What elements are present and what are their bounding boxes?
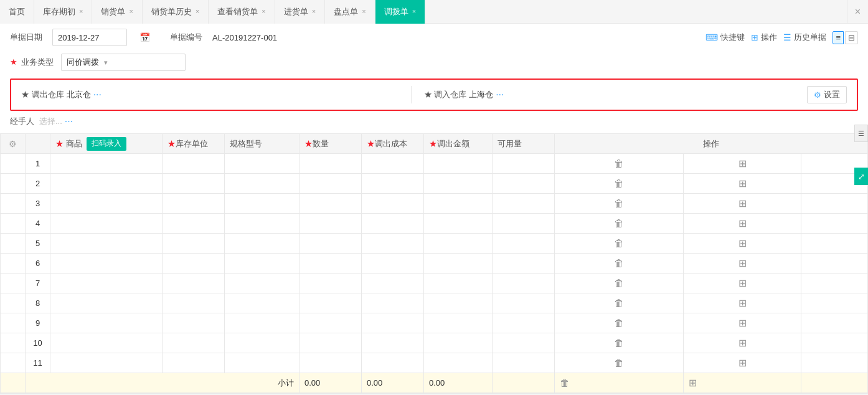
table-row: 8 🗑 ⊞ (1, 293, 868, 313)
close-window-button[interactable]: × (847, 0, 868, 24)
col-header-settings[interactable]: ⚙ (1, 134, 26, 154)
table-row: 1 🗑 ⊞ (1, 154, 868, 174)
close-inventory-init-tab[interactable]: × (79, 8, 83, 15)
col-header-cost: ★调出成本 (362, 134, 424, 154)
subtotal-qty: 0.00 (300, 373, 362, 393)
warehouse-section: ★ 调出仓库 北京仓 ··· ★ 调入仓库 上海仓 ··· ⚙ 设置 (10, 79, 858, 111)
delete-row-icon[interactable]: 🗑 (614, 178, 624, 189)
copy-row-icon[interactable]: ⊞ (738, 178, 747, 189)
table-row: 11 🗑 ⊞ (1, 353, 868, 373)
operations-button[interactable]: ⊞ 操作 (751, 32, 777, 43)
header-left: 单据日期 📅 单据编号 AL-20191227-001 (10, 29, 277, 46)
header-bar: 单据日期 📅 单据编号 AL-20191227-001 ⌨ 快捷键 ⊞ 操作 ☰… (0, 24, 868, 51)
copy-row-icon[interactable]: ⊞ (738, 317, 747, 329)
chevron-down-icon: ▾ (104, 59, 108, 67)
copy-row-icon[interactable]: ⊞ (738, 337, 747, 349)
business-type-row: ★ 业务类型 同价调拨 ▾ (0, 51, 868, 74)
number-label: 单据编号 (170, 32, 202, 43)
subtotal-label: 小计 (26, 373, 300, 393)
delete-row-icon[interactable]: 🗑 (614, 338, 624, 349)
keyboard-icon: ⌨ (705, 32, 718, 42)
right-panel-list-btn[interactable]: ☰ (854, 125, 868, 142)
tab-view-sales[interactable]: 查看销货单 × (209, 0, 275, 24)
out-warehouse-more-btn[interactable]: ··· (93, 89, 101, 100)
calendar-icon[interactable]: 📅 (139, 32, 150, 42)
list-view-btn[interactable]: ≡ (833, 31, 844, 44)
business-type-label: ★ 业务类型 (10, 57, 54, 68)
delete-row-icon[interactable]: 🗑 (614, 158, 624, 169)
delete-row-icon[interactable]: 🗑 (614, 298, 624, 309)
delete-row-icon[interactable]: 🗑 (614, 238, 624, 249)
shortcuts-button[interactable]: ⌨ 快捷键 (705, 32, 745, 43)
delete-row-icon[interactable]: 🗑 (614, 218, 624, 229)
delete-row-icon[interactable]: 🗑 (614, 198, 624, 209)
tab-transfer[interactable]: 调拨单 × (375, 0, 425, 24)
tab-sales-order[interactable]: 销货单 × (92, 0, 142, 24)
delete-row-icon[interactable]: 🗑 (614, 358, 624, 369)
date-label: 单据日期 (10, 32, 42, 43)
settings-icon: ⚙ (814, 90, 821, 100)
out-warehouse-value: 北京仓 (67, 89, 91, 100)
table-row: 2 🗑 ⊞ (1, 174, 868, 194)
col-header-no (26, 134, 50, 154)
date-input[interactable] (52, 29, 127, 46)
col-header-ops: 操作 (555, 134, 868, 154)
table-row: 9 🗑 ⊞ (1, 313, 868, 333)
tab-purchase-order[interactable]: 进货单 × (275, 0, 325, 24)
table-header-row: ⚙ ★ 商品 扫码录入 ★库存单位 规格型号 ★数量 (1, 134, 868, 154)
col-header-goods: ★ 商品 扫码录入 (50, 134, 163, 154)
data-table: ⚙ ★ 商品 扫码录入 ★库存单位 规格型号 ★数量 (0, 133, 868, 393)
close-sales-order-tab[interactable]: × (129, 8, 133, 15)
close-stocktake-tab[interactable]: × (362, 8, 366, 15)
handler-more-btn[interactable]: ··· (65, 116, 73, 127)
copy-row-icon[interactable]: ⊞ (738, 158, 747, 169)
table-row: 7 🗑 ⊞ (1, 274, 868, 293)
tab-stocktake[interactable]: 盘点单 × (325, 0, 375, 24)
business-type-select[interactable]: 同价调拨 ▾ (61, 54, 186, 71)
close-sales-history-tab[interactable]: × (196, 8, 199, 15)
handler-select[interactable]: 选择... (39, 116, 62, 127)
grid-view-btn[interactable]: ⊟ (845, 31, 858, 44)
copy-row-icon[interactable]: ⊞ (738, 217, 747, 229)
delete-row-icon[interactable]: 🗑 (614, 318, 624, 329)
history-button[interactable]: ☰ 历史单据 (783, 32, 826, 43)
table-row: 3 🗑 ⊞ (1, 194, 868, 214)
copy-row-icon[interactable]: ⊞ (738, 277, 747, 289)
right-float-panel: ☰ ⤢ (854, 125, 868, 185)
col-header-spec: 规格型号 (225, 134, 300, 154)
tab-bar: 首页 库存期初 × 销货单 × 销货单历史 × 查看销货单 × 进货单 × 盘点… (0, 0, 868, 24)
copy-row-icon[interactable]: ⊞ (738, 297, 747, 309)
in-warehouse-more-btn[interactable]: ··· (496, 89, 504, 100)
number-value: AL-20191227-001 (212, 33, 277, 42)
copy-row-icon[interactable]: ⊞ (738, 257, 747, 269)
table-row: 4 🗑 ⊞ (1, 214, 868, 234)
tab-home[interactable]: 首页 (0, 0, 34, 24)
warehouse-settings-btn[interactable]: ⚙ 设置 (807, 86, 847, 103)
right-panel-expand-btn[interactable]: ⤢ (854, 168, 868, 185)
close-transfer-tab[interactable]: × (412, 8, 416, 15)
column-settings-icon[interactable]: ⚙ (9, 139, 17, 149)
handler-row: 经手人 选择... ··· (0, 116, 868, 133)
delete-row-icon[interactable]: 🗑 (614, 278, 624, 289)
close-view-sales-tab[interactable]: × (262, 8, 265, 15)
subtotal-amount: 0.00 (424, 373, 493, 393)
copy-row-icon[interactable]: ⊞ (738, 357, 747, 369)
col-header-amount: ★调出金额 (424, 134, 493, 154)
main-content: 单据日期 📅 单据编号 AL-20191227-001 ⌨ 快捷键 ⊞ 操作 ☰… (0, 24, 868, 395)
copy-subtotal-icon[interactable]: ⊞ (689, 378, 697, 388)
header-right: ⌨ 快捷键 ⊞ 操作 ☰ 历史单据 ≡ ⊟ (705, 31, 858, 44)
subtotal-row: 小计 0.00 0.00 0.00 🗑 ⊞ (1, 373, 868, 393)
tab-inventory-init[interactable]: 库存期初 × (34, 0, 92, 24)
table-row: 5 🗑 ⊞ (1, 234, 868, 254)
close-purchase-tab[interactable]: × (312, 8, 316, 15)
copy-row-icon[interactable]: ⊞ (738, 237, 747, 249)
tab-sales-history[interactable]: 销货单历史 × (143, 0, 209, 24)
view-toggle: ≡ ⊟ (833, 31, 858, 44)
delete-row-icon[interactable]: 🗑 (614, 258, 624, 269)
col-header-qty: ★数量 (300, 134, 362, 154)
copy-row-icon[interactable]: ⊞ (738, 198, 747, 209)
scan-entry-button[interactable]: 扫码录入 (87, 137, 126, 151)
delete-subtotal-icon[interactable]: 🗑 (560, 378, 570, 388)
subtotal-cost: 0.00 (362, 373, 424, 393)
table-row: 6 🗑 ⊞ (1, 254, 868, 274)
